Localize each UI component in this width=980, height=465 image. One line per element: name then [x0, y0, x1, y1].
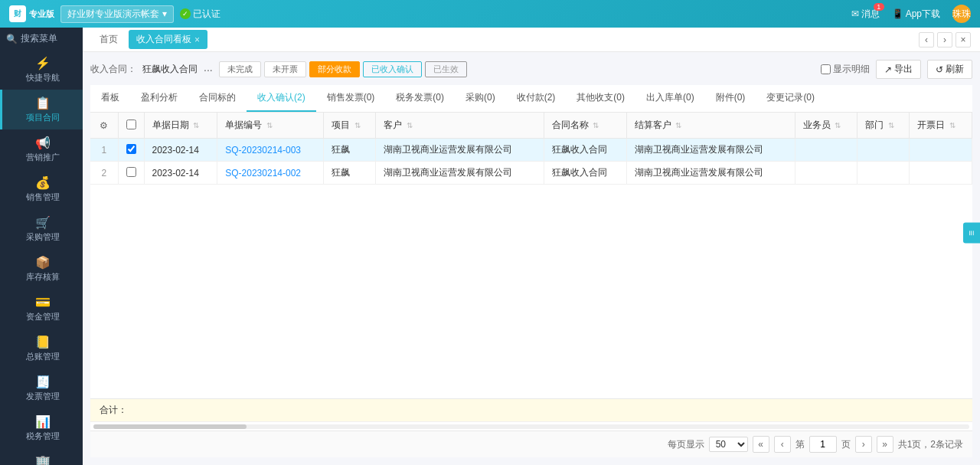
scroll-area [90, 421, 972, 431]
sort-icon: ⇅ [949, 121, 956, 129]
user-avatar-button[interactable]: 珠珠 [952, 5, 971, 23]
tab-purchase[interactable]: 采购(0) [455, 85, 506, 112]
top-bar-right: ✉ 1 消息 📱 App下载 珠珠 [851, 5, 971, 23]
nav-tab-label: 收入合同看板 [136, 33, 191, 46]
tab-attachments[interactable]: 附件(0) [705, 85, 756, 112]
salesperson-cell [795, 162, 858, 185]
bill-no-column-header: 单据编号 ⇅ [217, 113, 324, 139]
marketing-icon: 📢 [35, 136, 51, 150]
page-number-input[interactable] [809, 436, 837, 453]
scroll-thumb[interactable] [93, 424, 247, 429]
nav-back-button[interactable]: ‹ [919, 32, 934, 47]
status-incomplete-button[interactable]: 未完成 [219, 61, 261, 77]
sales-icon: 💰 [35, 175, 51, 190]
tab-home[interactable]: 首页 [92, 30, 126, 49]
salesperson-column-header: 业务员 ⇅ [795, 113, 858, 139]
row-checkbox[interactable] [126, 167, 136, 177]
project-cell: 狂飙 [324, 162, 376, 185]
sidebar-item-purchase[interactable]: 🛒 采购管理 [0, 209, 83, 249]
last-page-button[interactable]: » [877, 436, 893, 453]
close-tab-icon[interactable]: × [194, 34, 200, 45]
chevron-down-icon: ▾ [162, 8, 167, 19]
scroll-track [93, 424, 969, 429]
tab-profit-analysis[interactable]: 盈利分析 [130, 85, 188, 112]
tax-icon: 📊 [35, 414, 51, 429]
tab-tax-invoice[interactable]: 税务发票(0) [385, 85, 455, 112]
nav-forward-button[interactable]: › [937, 32, 952, 47]
data-table: ⚙ 单据日期 ⇅ 单据编号 ⇅ [90, 113, 972, 185]
tab-kanban[interactable]: 看板 [90, 85, 130, 112]
nav-tabs-bar: 首页 收入合同看板 × ‹ › × [83, 28, 980, 52]
sidebar-item-tax[interactable]: 📊 税务管理 [0, 408, 83, 448]
department-cell [858, 139, 910, 162]
total-label: 合计： [100, 404, 127, 417]
table-container: ⚙ 单据日期 ⇅ 单据编号 ⇅ [90, 113, 972, 398]
tab-warehouse[interactable]: 出入库单(0) [635, 85, 705, 112]
sort-icon: ⇅ [193, 121, 199, 129]
status-revenue-confirmed-button[interactable]: 已收入确认 [363, 61, 422, 77]
sidebar-item-label: 营销推广 [26, 152, 60, 163]
refresh-button[interactable]: ↺ 刷新 [927, 60, 972, 79]
message-icon: ✉ [851, 8, 859, 19]
next-page-button[interactable]: › [855, 436, 872, 453]
gear-icon[interactable]: ⚙ [100, 120, 108, 131]
select-all-checkbox[interactable] [126, 120, 136, 129]
message-button[interactable]: ✉ 1 消息 [851, 8, 880, 21]
show-detail-checkbox[interactable] [821, 64, 831, 74]
status-uninvoiced-button[interactable]: 未开票 [264, 61, 306, 77]
top-bar: 财 专业版 好业财专业版演示帐套 ▾ 已认证 ✉ 1 消息 📱 App下载 珠珠 [0, 0, 980, 28]
app-download-button[interactable]: 📱 App下载 [892, 8, 940, 21]
tab-payment[interactable]: 收付款(2) [506, 85, 567, 112]
sort-icon: ⇅ [675, 121, 681, 129]
fund-icon: 💳 [35, 295, 51, 309]
contract-title: 收入合同： 狂飙收入合同 ··· 未完成 未开票 部分收款 已收入确认 已生效 [90, 61, 467, 77]
app-logo: 财 专业版 [9, 5, 54, 22]
bill-no-link[interactable]: SQ-20230214-002 [225, 168, 301, 178]
sidebar-item-label: 资金管理 [26, 311, 60, 323]
tab-contract-subject[interactable]: 合同标的 [188, 85, 247, 112]
date-column-header: 单据日期 ⇅ [144, 113, 217, 139]
fixed-assets-icon: 🏢 [35, 454, 51, 465]
sidebar-item-general-ledger[interactable]: 📒 总账管理 [0, 329, 83, 368]
app-logo-icon: 财 [9, 5, 26, 22]
company-selector[interactable]: 好业财专业版演示帐套 ▾ [60, 5, 174, 23]
tab-other-income[interactable]: 其他收支(0) [566, 85, 635, 112]
sidebar-item-label: 发票管理 [26, 391, 60, 402]
sidebar-item-sales[interactable]: 💰 销售管理 [0, 169, 83, 209]
per-page-select[interactable]: 50 100 200 [709, 437, 748, 452]
main-tabs: 看板 盈利分析 合同标的 收入确认(2) 销售发票(0) 税务发票(0) [90, 85, 972, 113]
nav-close-button[interactable]: × [956, 32, 971, 47]
bill-no-link[interactable]: SQ-20230214-003 [225, 145, 301, 156]
app-download-label: App下载 [906, 8, 940, 21]
tab-revenue-confirm[interactable]: 收入确认(2) [247, 85, 316, 112]
row-checkbox[interactable] [126, 144, 136, 154]
contract-name-cell: 狂飙收入合同 [544, 162, 626, 185]
first-page-button[interactable]: « [753, 436, 769, 453]
sidebar-item-quick-nav[interactable]: ⚡ 快捷导航 [0, 50, 83, 90]
search-menu-item[interactable]: 🔍 搜索菜单 [0, 28, 83, 50]
prev-page-button[interactable]: ‹ [774, 436, 791, 453]
page-text: 第 [795, 438, 805, 451]
tab-contract-board[interactable]: 收入合同看板 × [129, 30, 207, 49]
sidebar-item-invoice[interactable]: 🧾 发票管理 [0, 368, 83, 408]
quick-nav-icon: ⚡ [35, 56, 51, 70]
sidebar-item-inventory[interactable]: 📦 库存核算 [0, 249, 83, 289]
table-row[interactable]: 1 2023-02-14 SQ-20230214-003 狂飙 湖南卫视商业运营… [90, 139, 972, 162]
export-button[interactable]: ↗ 导出 [876, 60, 921, 79]
row-num-cell: 2 [90, 162, 118, 185]
sidebar-item-fixed-assets[interactable]: 🏢 固定资产 [0, 448, 83, 465]
total-info: 共1页，2条记录 [898, 438, 963, 451]
nav-arrows: ‹ › × [919, 32, 971, 47]
sidebar-item-fund[interactable]: 💳 资金管理 [0, 289, 83, 329]
status-effective-button[interactable]: 已生效 [425, 61, 467, 77]
right-float-button[interactable]: ≡ [963, 222, 980, 243]
tab-sales-invoice[interactable]: 销售发票(0) [316, 85, 386, 112]
status-partial-payment-button[interactable]: 部分收款 [309, 61, 360, 77]
sidebar-item-marketing[interactable]: 📢 营销推广 [0, 129, 83, 169]
table-row[interactable]: 2 2023-02-14 SQ-20230214-002 狂飙 湖南卫视商业运营… [90, 162, 972, 185]
sidebar-item-project-contract[interactable]: 📋 项目合同 [0, 90, 83, 129]
tab-change-log[interactable]: 变更记录(0) [756, 85, 825, 112]
more-options-icon[interactable]: ··· [204, 64, 213, 76]
sort-icon: ⇅ [266, 121, 273, 129]
bill-no-cell: SQ-20230214-003 [217, 139, 324, 162]
